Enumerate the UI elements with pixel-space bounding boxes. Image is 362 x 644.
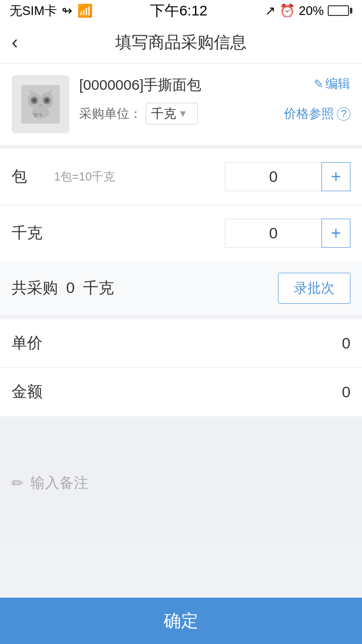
wifi-signal: 📶: [77, 3, 93, 18]
svg-text:智十: 智十: [33, 112, 43, 118]
price-section: 单价 0 金额 0: [0, 319, 362, 416]
record-batch-button[interactable]: 录批次: [278, 273, 350, 304]
quantity-row-kg: 千克 +: [0, 205, 362, 261]
summary-text: 共采购 0 千克: [12, 278, 114, 299]
unit-label: 采购单位：: [79, 105, 142, 122]
svg-point-5: [45, 98, 49, 102]
confirm-button[interactable]: 确定: [0, 598, 362, 644]
edit-icon: ✎: [314, 77, 323, 91]
summary-unit: 千克: [83, 279, 114, 296]
product-thumbnail: 智十: [12, 75, 70, 133]
unit-price-label: 单价: [12, 333, 42, 354]
quantity-kg-plus-button[interactable]: +: [321, 219, 350, 248]
dropdown-arrow-icon: ▼: [178, 108, 188, 119]
unit-select[interactable]: 千克 ▼: [146, 103, 198, 125]
amount-row: 金额 0: [0, 368, 362, 416]
product-info: [0000006]手撕面包 ✎ 编辑 采购单位： 千克 ▼ 价格参照 ?: [79, 75, 350, 125]
nav-bar: ‹ 填写商品采购信息: [0, 21, 362, 64]
pencil-icon: ✏: [12, 475, 24, 491]
unit-price-row: 单价 0: [0, 319, 362, 368]
edit-button[interactable]: ✎ 编辑: [314, 75, 350, 92]
price-ref-label: 价格参照: [284, 105, 334, 122]
product-card: 智十 [0000006]手撕面包 ✎ 编辑 采购单位： 千克 ▼ 价格参照 ?: [0, 64, 362, 149]
back-button[interactable]: ‹: [12, 31, 18, 53]
battery-pct: 20%: [299, 3, 324, 18]
summary-row: 共采购 0 千克 录批次: [0, 261, 362, 319]
quantity-bao-plus-button[interactable]: +: [321, 162, 350, 191]
help-icon: ?: [337, 107, 350, 121]
svg-point-4: [32, 98, 36, 102]
quantity-bao-input[interactable]: [225, 162, 321, 191]
unit-price-value: 0: [342, 335, 350, 352]
product-name: [0000006]手撕面包: [79, 75, 309, 95]
page-title: 填写商品采购信息: [115, 31, 247, 54]
summary-label: 共采购: [12, 279, 58, 296]
notes-section[interactable]: ✏ 输入备注: [0, 420, 362, 546]
summary-value: 0: [66, 279, 75, 296]
unit-value: 千克: [151, 105, 176, 122]
amount-label: 金额: [12, 381, 42, 403]
notes-placeholder: 输入备注: [30, 473, 88, 493]
edit-label: 编辑: [325, 75, 350, 92]
battery-icon: [328, 5, 352, 16]
quantity-row-bao: 包 1包=10千克 +: [0, 149, 362, 205]
unit-bao-label: 包: [12, 166, 50, 187]
status-time: 下午6:12: [150, 1, 207, 21]
wifi-icon: ↬: [62, 3, 72, 18]
quantity-kg-input[interactable]: [225, 219, 321, 248]
product-logo: 智十: [24, 86, 57, 123]
status-right: ↗ ⏰ 20%: [265, 3, 352, 18]
quantity-section: 包 1包=10千克 + 千克 +: [0, 149, 362, 261]
amount-value: 0: [342, 383, 350, 401]
unit-kg-label: 千克: [12, 223, 50, 244]
location-icon: ↗: [265, 3, 276, 18]
status-left: 无SIM卡 ↬ 📶: [10, 2, 93, 19]
price-reference-btn[interactable]: 价格参照 ?: [284, 105, 350, 122]
carrier-label: 无SIM卡: [10, 2, 57, 19]
alarm-icon: ⏰: [279, 3, 295, 18]
unit-bao-sublabel: 1包=10千克: [54, 169, 115, 184]
status-bar: 无SIM卡 ↬ 📶 下午6:12 ↗ ⏰ 20%: [0, 0, 362, 21]
